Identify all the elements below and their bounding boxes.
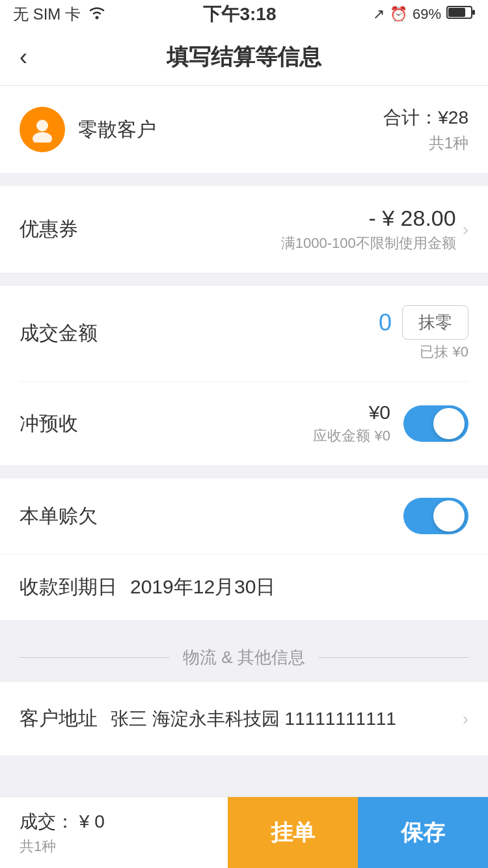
svg-point-0	[96, 16, 99, 20]
bottom-summary-label: 成交：	[20, 811, 74, 832]
address-key: 客户地址	[20, 705, 98, 732]
coupon-label: 优惠券	[20, 216, 78, 243]
customer-avatar	[20, 107, 65, 152]
round-button[interactable]: 抹零	[402, 305, 468, 340]
svg-rect-2	[472, 10, 475, 15]
transaction-label: 成交金额	[20, 320, 98, 347]
debt-toggle[interactable]	[403, 498, 468, 534]
coupon-chevron-icon: ›	[463, 219, 468, 240]
status-bar: 无 SIM 卡 下午3:18 ↗ ⏰ 69%	[0, 0, 488, 29]
prepaid-row: 冲预收 ¥0 应收金额 ¥0	[0, 382, 488, 465]
customer-count: 共1种	[383, 133, 468, 154]
toggle-thumb	[433, 408, 465, 439]
bottom-summary: 成交： ¥ 0 共1种	[0, 809, 228, 856]
battery-label: 69%	[413, 6, 441, 23]
transaction-amount[interactable]: 0	[359, 309, 392, 336]
logistics-label: 物流 & 其他信息	[170, 646, 318, 669]
prepaid-amounts: ¥0 应收金额 ¥0	[313, 401, 390, 446]
debt-toggle-thumb	[433, 500, 465, 532]
coupon-desc: 满1000-100不限制使用金额	[281, 234, 456, 253]
wifi-icon	[87, 5, 107, 23]
debt-label: 本单赊欠	[20, 503, 98, 530]
transaction-row: 成交金额 0 抹零 已抹 ¥0	[0, 286, 488, 381]
back-button[interactable]: ‹	[20, 44, 27, 71]
customer-left: 零散客户	[20, 107, 156, 152]
bottom-summary-top: 成交： ¥ 0	[20, 809, 208, 834]
save-button[interactable]: 保存	[358, 797, 488, 869]
svg-point-4	[36, 120, 48, 131]
battery-icon	[446, 5, 475, 23]
logistics-separator: 物流 & 其他信息	[0, 633, 488, 682]
coupon-row[interactable]: 优惠券 - ¥ 28.00 满1000-100不限制使用金额 ›	[0, 186, 488, 273]
page-title: 填写结算等信息	[167, 42, 321, 72]
location-icon: ↗	[373, 6, 385, 23]
duedate-label: 收款到期日	[20, 574, 117, 601]
transaction-section: 成交金额 0 抹零 已抹 ¥0 冲预收 ¥0 应收金额 ¥0	[0, 286, 488, 465]
hold-button[interactable]: 挂单	[228, 797, 358, 869]
separator-line-right	[318, 657, 468, 658]
bottom-bar: 成交： ¥ 0 共1种 挂单 保存	[0, 796, 488, 868]
svg-point-5	[33, 132, 52, 142]
prepaid-toggle[interactable]	[403, 405, 468, 442]
status-left: 无 SIM 卡	[13, 4, 107, 25]
svg-rect-3	[448, 8, 465, 17]
status-right: ↗ ⏰ 69%	[373, 5, 475, 23]
coupon-discount: - ¥ 28.00	[281, 206, 456, 231]
coupon-right: - ¥ 28.00 满1000-100不限制使用金额 ›	[281, 206, 468, 253]
bottom-summary-count: 共1种	[20, 837, 208, 856]
customer-name: 零散客户	[78, 116, 156, 143]
content: 零散客户 合计：¥28 共1种 优惠券 - ¥ 28.00 满1000-100不…	[0, 86, 488, 847]
bottom-summary-amount: ¥ 0	[79, 811, 105, 832]
customer-row: 零散客户 合计：¥28 共1种	[0, 86, 488, 173]
address-chevron-icon: ›	[463, 709, 468, 729]
debt-row: 本单赊欠	[0, 478, 488, 554]
prepaid-sub: 应收金额 ¥0	[313, 426, 390, 446]
time-label: 下午3:18	[203, 2, 276, 27]
duedate-row: 收款到期日 2019年12月30日	[0, 554, 488, 620]
prepaid-label: 冲预收	[20, 411, 78, 437]
prepaid-amount: ¥0	[313, 401, 390, 424]
duedate-value: 2019年12月30日	[130, 574, 275, 601]
alarm-icon: ⏰	[390, 6, 407, 23]
address-row[interactable]: 客户地址 张三 海淀永丰科技园 11111111111 ›	[0, 682, 488, 755]
separator-line-left	[20, 657, 170, 658]
transaction-right: 0 抹零	[359, 305, 468, 340]
coupon-info: - ¥ 28.00 满1000-100不限制使用金额	[281, 206, 456, 253]
debt-section: 本单赊欠 收款到期日 2019年12月30日	[0, 478, 488, 620]
carrier-label: 无 SIM 卡	[13, 4, 81, 25]
address-value: 张三 海淀永丰科技园 11111111111	[111, 707, 450, 731]
customer-total: 合计：¥28	[383, 105, 468, 130]
transaction-sub: 已抹 ¥0	[420, 342, 468, 362]
nav-bar: ‹ 填写结算等信息	[0, 29, 488, 86]
customer-info-right: 合计：¥28 共1种	[383, 105, 468, 154]
